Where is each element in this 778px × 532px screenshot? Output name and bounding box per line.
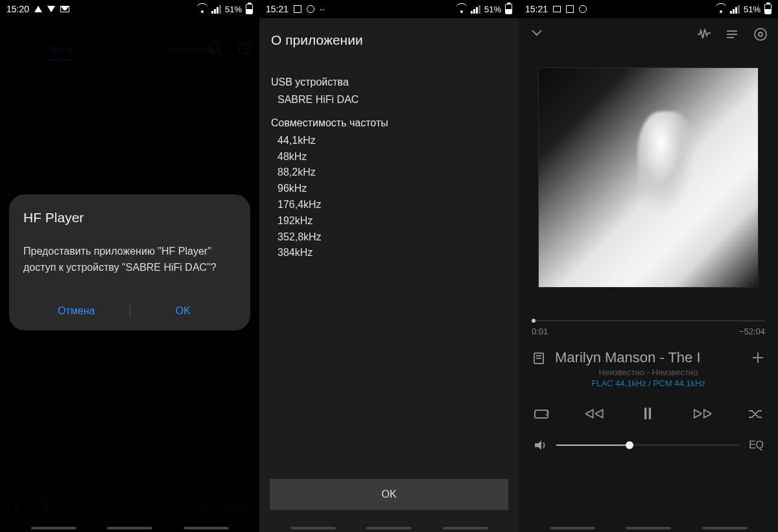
signal-icon (730, 5, 740, 14)
gallery-icon (294, 5, 301, 13)
status-time: 15:21 (266, 4, 289, 14)
frequency-compat-label: Совместимость частоты (271, 117, 507, 129)
chrome-icon (307, 5, 314, 13)
wifi-icon (716, 5, 726, 13)
gallery-icon (566, 5, 574, 13)
usb-permission-dialog: HF Player Предоставить приложению "HF Pl… (9, 194, 250, 330)
svg-point-9 (755, 29, 766, 40)
page-title: О приложении (259, 18, 519, 61)
mini-play-icon[interactable]: ▷ (200, 500, 209, 515)
svg-point-8 (759, 32, 762, 36)
battery-icon (246, 4, 253, 14)
android-navbar (259, 527, 519, 529)
status-time: 15:20 (6, 4, 29, 14)
download-icon (47, 6, 55, 12)
battery-icon (764, 4, 772, 14)
volume-icon[interactable] (533, 438, 547, 452)
repeat-icon[interactable] (533, 408, 550, 421)
playlist-icon[interactable] (725, 27, 739, 41)
freq-item: 352,8kHz (277, 229, 507, 246)
bluetooth-icon (34, 6, 42, 12)
wifi-icon (456, 5, 467, 13)
freq-item: 96kHz (277, 181, 507, 197)
status-battery-pct: 51% (744, 5, 760, 14)
screen-now-playing: 15:21 51% 0:01 (519, 0, 778, 532)
track-format: FLAC 44,1kHz / PCM 44,1kHz (519, 378, 778, 388)
ok-button[interactable]: OK (270, 479, 508, 510)
signal-icon (211, 5, 221, 14)
mail-icon (60, 6, 69, 12)
usb-devices-label: USB устройства (271, 76, 507, 88)
screen-permission-dialog: 15:20 51% Папки Плейлисты (0, 0, 259, 532)
freq-item: 88,2kHz (277, 165, 507, 181)
android-navbar (0, 527, 259, 529)
remaining-time: −52:04 (739, 327, 765, 336)
freq-item: 44,1kHz (277, 133, 507, 149)
lyrics-icon[interactable] (532, 351, 546, 365)
svg-rect-15 (535, 410, 548, 418)
screen-about-app: 15:21 ·· 51% О приложении USB устройства… (259, 0, 519, 532)
status-bar: 15:21 ·· 51% (259, 0, 519, 18)
gear-icon[interactable] (753, 27, 768, 41)
add-icon[interactable] (751, 351, 765, 365)
elapsed-time: 0:01 (532, 327, 548, 336)
freq-item: 48kHz (277, 149, 507, 165)
track-title: Marilyn Manson - The I (555, 349, 742, 366)
usb-device-value: SABRE HiFi DAC (277, 92, 507, 108)
chrome-icon (579, 5, 587, 13)
ok-button[interactable]: OK (130, 305, 237, 317)
frequency-list: 44,1kHz 48kHz 88,2kHz 96kHz 176,4kHz 192… (271, 133, 507, 261)
mini-player-art[interactable] (13, 489, 49, 526)
waveform-icon[interactable] (696, 27, 711, 41)
freq-item: 176,4kHz (277, 197, 507, 213)
svg-marker-16 (535, 441, 541, 450)
mini-next-icon[interactable]: ▷▷| (225, 500, 246, 515)
wifi-icon (197, 5, 207, 13)
status-battery-pct: 51% (484, 5, 501, 14)
status-battery-pct: 51% (225, 5, 242, 14)
status-bar: 15:21 51% (519, 0, 778, 18)
cancel-button[interactable]: Отмена (23, 305, 130, 317)
album-art[interactable] (538, 67, 759, 288)
tab-playlists[interactable]: Плейлисты (163, 44, 215, 60)
video-icon (553, 6, 561, 12)
chevron-down-icon[interactable] (529, 25, 545, 44)
freq-item: 384kHz (277, 245, 507, 261)
dialog-message: Предоставить приложению "HF Player" дост… (23, 244, 236, 276)
status-bar: 15:20 51% (0, 0, 259, 18)
volume-slider[interactable] (556, 445, 740, 446)
more-icon: ·· (320, 4, 325, 14)
shuffle-icon[interactable] (747, 408, 764, 421)
status-time: 15:21 (525, 4, 548, 14)
prev-button[interactable]: ᐊᐊ (585, 406, 604, 422)
eq-button[interactable]: EQ (749, 439, 764, 451)
track-subtitle: Неизвестно - Неизвестно (519, 367, 778, 377)
android-navbar (519, 527, 778, 529)
pause-button[interactable]: ⏸ (639, 404, 657, 424)
next-button[interactable]: ᐅᐅ (692, 406, 712, 422)
dialog-title: HF Player (23, 210, 236, 226)
tab-folders[interactable]: Папки (45, 44, 73, 60)
signal-icon (471, 5, 480, 14)
freq-item: 192kHz (277, 213, 507, 229)
progress-bar[interactable] (532, 320, 765, 321)
battery-icon (505, 4, 512, 14)
